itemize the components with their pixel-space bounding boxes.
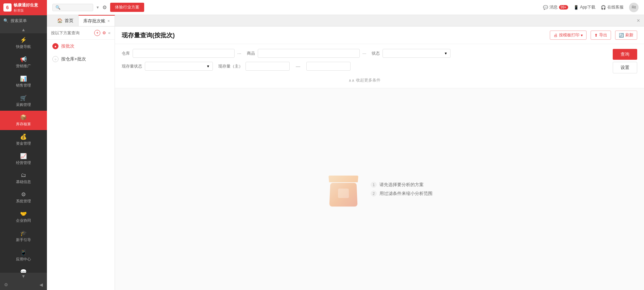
stock-main-separator: — — [292, 64, 304, 69]
sidebar-scroll-down[interactable]: ▼ — [0, 273, 47, 279]
sidebar-item-newbie[interactable]: 🎓 新手引导 — [0, 226, 47, 246]
printer-icon: 🖨 — [554, 33, 558, 38]
left-panel-header: 按以下方案查询 + ⚙ « — [47, 26, 115, 40]
filter-collapse-button[interactable]: ∧∧ 收起更多条件 — [122, 75, 607, 83]
scheme-active-icon: ● — [52, 43, 58, 49]
online-service-button[interactable]: 🎧 在线客服 — [601, 4, 624, 10]
sidebar-item-system[interactable]: ⚙ 系统管理 — [0, 188, 47, 207]
page-title: 现存量查询(按批次) — [122, 31, 175, 39]
export-button[interactable]: ⬆ 导出 — [591, 31, 611, 40]
app-logo: 6 — [3, 3, 12, 12]
stock-main-field: 现存量（主） — — [218, 62, 351, 71]
sidebar-item-operation[interactable]: 📈 经营管理 — [0, 149, 47, 169]
filter-area: 仓库 ··· 商品 ··· 状态 — [115, 44, 644, 88]
newbie-icon: 🎓 — [20, 230, 27, 236]
left-panel-collapse-button[interactable]: « — [108, 31, 111, 35]
stock-status-select[interactable]: ▾ — [145, 62, 213, 71]
sidebar-item-wechat[interactable]: 💬 企业微信 — [0, 265, 47, 273]
sidebar-search[interactable]: 🔍 搜索菜单 — [0, 15, 47, 26]
tab-panel-close-button[interactable]: × — [633, 15, 644, 26]
goods-input[interactable] — [258, 49, 360, 58]
finance-icon: 💰 — [20, 133, 27, 140]
home-icon: 🏠 — [57, 18, 63, 23]
sidebar-item-app-center[interactable]: 📱 应用中心 — [0, 246, 47, 265]
tab-home[interactable]: 🏠 首页 — [52, 15, 79, 26]
scheme-item-by-warehouse-batch[interactable]: ○ 按仓库+批次 — [47, 53, 115, 66]
stock-main-to-input[interactable] — [306, 62, 351, 71]
filter-row-1: 仓库 ··· 商品 ··· 状态 — [122, 49, 607, 58]
print-button[interactable]: 🖨 按模板打印 ▾ — [550, 31, 587, 40]
scheme-settings-button[interactable]: ⚙ — [102, 31, 106, 35]
left-panel-header-actions: + ⚙ « — [94, 30, 111, 36]
empty-hint-2: 2 用过滤条件来缩小分析范围 — [371, 191, 433, 197]
app-title: 畅康通好生意 标准版 — [14, 3, 38, 13]
wechat-icon: 💬 — [20, 269, 27, 273]
stock-status-field: 现存量状态 ▾ — [122, 62, 213, 71]
settings-button[interactable]: 设置 — [613, 62, 637, 73]
print-dropdown-icon: ▾ — [581, 33, 583, 38]
basic-icon: 🗂 — [21, 172, 26, 178]
message-badge: 99+ — [559, 5, 568, 10]
sidebar-item-purchase[interactable]: 🛒 采购管理 — [0, 91, 47, 111]
stock-main-from-input[interactable] — [245, 62, 290, 71]
box-lid — [328, 176, 358, 182]
purchase-icon: 🛒 — [20, 95, 27, 101]
quick-nav-icon: ⚡ — [20, 37, 27, 43]
operation-icon: 📈 — [20, 153, 27, 159]
hint-num-2: 2 — [371, 191, 377, 197]
search-icon: 🔍 — [3, 18, 9, 23]
left-panel-title: 按以下方案查询 — [51, 30, 80, 36]
sidebar-item-sales[interactable]: 📊 销售管理 — [0, 72, 47, 91]
filter-row-2: 现存量状态 ▾ 现存量（主） — — [122, 62, 607, 71]
status-label: 状态 — [372, 51, 380, 56]
empty-hints: 1 请先选择要分析的方案 2 用过滤条件来缩小分析范围 — [371, 182, 433, 197]
tab-close-button[interactable]: × — [107, 19, 110, 23]
sidebar-header: 6 畅康通好生意 标准版 — [0, 0, 47, 15]
goods-more-button[interactable]: ··· — [362, 51, 367, 56]
scheme-item-by-batch[interactable]: ● 按批次 — [47, 40, 115, 53]
topbar-gear-icon[interactable]: ⚙ — [102, 4, 107, 11]
status-select[interactable]: ▾ — [383, 49, 451, 58]
inventory-icon: 📦 — [20, 114, 27, 121]
app-download-button[interactable]: 📱 App下载 — [574, 4, 595, 10]
empty-icon — [326, 172, 360, 206]
message-icon: 💬 — [543, 5, 548, 10]
sidebar-scroll-up[interactable]: ▲ — [0, 26, 47, 33]
tab-inventory-batch[interactable]: 库存批次账 × — [79, 15, 115, 26]
content: 按以下方案查询 + ⚙ « ● 按批次 ○ 按仓库+批次 现存量查询(按批次) — [47, 26, 644, 290]
empty-hint-1: 1 请先选择要分析的方案 — [371, 182, 433, 188]
filter-right: 查询 设置 — [613, 49, 637, 73]
topbar-search-box[interactable]: 🔍 — [52, 4, 93, 11]
topbar-dropdown-arrow[interactable]: ▾ — [97, 5, 99, 10]
user-avatar[interactable]: Rit — [629, 3, 639, 12]
refresh-icon: 🔄 — [619, 33, 624, 38]
enterprise-icon: 🤝 — [20, 211, 27, 217]
topbar-search-icon: 🔍 — [55, 5, 61, 10]
warehouse-input[interactable] — [133, 49, 235, 58]
sidebar-item-finance[interactable]: 💰 资金管理 — [0, 130, 47, 149]
trial-button[interactable]: 体验行业方案 — [110, 3, 144, 12]
export-icon: ⬆ — [594, 33, 598, 38]
topbar-right: 💬 消息 99+ 📱 App下载 🎧 在线客服 Rit — [543, 3, 639, 12]
left-panel: 按以下方案查询 + ⚙ « ● 按批次 ○ 按仓库+批次 — [47, 26, 115, 290]
sidebar-settings-icon[interactable]: ⚙ — [4, 282, 8, 287]
filter-section: 仓库 ··· 商品 ··· 状态 — [122, 49, 637, 83]
query-button[interactable]: 查询 — [613, 49, 637, 60]
box-body — [329, 183, 357, 206]
sidebar-item-enterprise[interactable]: 🤝 企业协同 — [0, 207, 47, 226]
page-header: 现存量查询(按批次) 🖨 按模板打印 ▾ ⬆ 导出 🔄 刷新 — [115, 26, 644, 44]
warehouse-more-button[interactable]: ··· — [237, 51, 241, 56]
sidebar-collapse-icon[interactable]: ◀ — [39, 282, 43, 287]
add-scheme-button[interactable]: + — [94, 30, 100, 36]
sidebar-item-basic[interactable]: 🗂 基础信息 — [0, 169, 47, 188]
refresh-button[interactable]: 🔄 刷新 — [615, 31, 637, 40]
app-center-icon: 📱 — [20, 249, 27, 256]
sidebar-item-inventory[interactable]: 📦 库存核算 — [0, 111, 47, 130]
headset-icon: 🎧 — [601, 5, 606, 10]
filter-left: 仓库 ··· 商品 ··· 状态 — [122, 49, 607, 83]
message-button[interactable]: 💬 消息 99+ — [543, 4, 568, 10]
sidebar-item-quick-nav[interactable]: ⚡ 快捷导航 — [0, 33, 47, 53]
main: 🔍 ▾ ⚙ 体验行业方案 💬 消息 99+ 📱 App下载 🎧 在线客服 Rit — [47, 0, 644, 290]
sidebar-item-marketing[interactable]: 📢 营销推广 — [0, 53, 47, 72]
topbar: 🔍 ▾ ⚙ 体验行业方案 💬 消息 99+ 📱 App下载 🎧 在线客服 Rit — [47, 0, 644, 15]
